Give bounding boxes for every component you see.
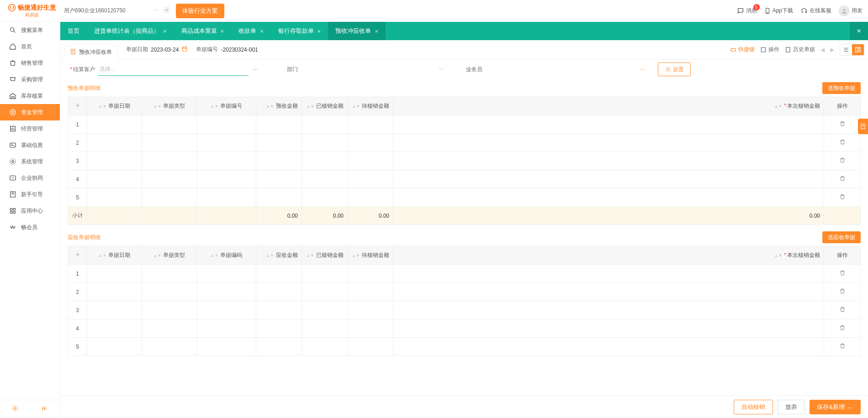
- table-row[interactable]: 1: [68, 265, 861, 283]
- sidebar-item-home[interactable]: 首页: [0, 38, 60, 55]
- cell[interactable]: [197, 319, 256, 338]
- table-row[interactable]: 3: [68, 152, 861, 170]
- cell[interactable]: [302, 283, 348, 301]
- cell[interactable]: [302, 338, 348, 356]
- cell[interactable]: [393, 188, 824, 207]
- delete-icon[interactable]: [839, 271, 846, 277]
- cell[interactable]: [142, 134, 197, 152]
- table-row[interactable]: 4: [68, 319, 861, 338]
- cell[interactable]: [197, 338, 256, 356]
- col-this[interactable]: ▲▼*本次核销金额: [393, 246, 824, 265]
- delete-icon[interactable]: [839, 177, 846, 183]
- delete-icon[interactable]: [839, 308, 846, 314]
- cell[interactable]: [302, 170, 348, 188]
- user-menu[interactable]: 用友: [839, 5, 863, 16]
- col-code[interactable]: ▲▼单据编码: [197, 246, 256, 265]
- cell[interactable]: [197, 283, 256, 301]
- col-date[interactable]: ▲▼单据日期: [87, 97, 142, 115]
- sidebar-item-business[interactable]: 经营管理: [0, 120, 60, 137]
- calendar-icon[interactable]: [181, 46, 188, 53]
- cell[interactable]: [302, 115, 348, 134]
- cell[interactable]: [256, 152, 302, 170]
- cell[interactable]: [393, 301, 824, 319]
- cell[interactable]: [348, 170, 393, 188]
- cell[interactable]: [142, 283, 197, 301]
- sidebar-settings-icon[interactable]: [11, 405, 19, 413]
- cell[interactable]: [142, 338, 197, 356]
- cell[interactable]: [142, 301, 197, 319]
- col-this[interactable]: ▲▼*本次核销金额: [393, 97, 824, 115]
- sidebar-item-inventory[interactable]: 库存核算: [0, 88, 60, 104]
- table-row[interactable]: 4: [68, 170, 861, 188]
- tab-purchase-report[interactable]: 进货单统计表（按商品）×: [87, 22, 174, 40]
- table-row[interactable]: 1: [68, 115, 861, 134]
- chevron-down-icon[interactable]: ﹀: [439, 66, 444, 73]
- col-date[interactable]: ▲▼单据日期: [87, 246, 142, 265]
- tab-home[interactable]: 首页: [60, 22, 87, 40]
- bizman-more-icon[interactable]: ⋯: [639, 66, 647, 73]
- sidebar-item-apps[interactable]: 应用中心: [0, 203, 60, 219]
- sidebar-item-finance[interactable]: 资金管理: [0, 104, 60, 120]
- cell[interactable]: [197, 115, 256, 134]
- col-type[interactable]: ▲▼单据类型: [142, 97, 197, 115]
- delete-icon[interactable]: [839, 289, 846, 296]
- cell[interactable]: [393, 134, 824, 152]
- cell[interactable]: [256, 338, 302, 356]
- cell[interactable]: [142, 115, 197, 134]
- sidebar-item-purchase[interactable]: 采购管理: [0, 71, 60, 88]
- pick-prepay-button[interactable]: 选预收单据: [822, 82, 861, 94]
- cell[interactable]: [87, 170, 142, 188]
- tab-bank[interactable]: 银行存取款单×: [271, 22, 328, 40]
- trial-button[interactable]: 体验行业方案: [176, 4, 224, 18]
- save-new-button[interactable]: 保存&新增︿: [810, 400, 861, 414]
- close-icon[interactable]: ×: [318, 28, 321, 35]
- view-list[interactable]: [840, 44, 852, 55]
- sidebar-collapse-icon[interactable]: [41, 405, 48, 413]
- cell[interactable]: [87, 283, 142, 301]
- cell[interactable]: [302, 319, 348, 338]
- cell[interactable]: [142, 152, 197, 170]
- cell[interactable]: [302, 152, 348, 170]
- col-config[interactable]: [68, 97, 87, 115]
- messages-link[interactable]: 消息 5: [737, 7, 757, 15]
- tabs-close-all[interactable]: ✕: [850, 22, 868, 40]
- dept-input[interactable]: [301, 63, 436, 76]
- close-icon[interactable]: ×: [375, 28, 378, 35]
- cell[interactable]: [197, 152, 256, 170]
- sidebar-item-search[interactable]: 搜索菜单: [0, 22, 60, 38]
- cell[interactable]: [142, 170, 197, 188]
- online-service-link[interactable]: 在线客服: [800, 7, 831, 15]
- cell[interactable]: [393, 338, 824, 356]
- tab-prepay-offset[interactable]: 预收冲应收单×: [328, 22, 386, 40]
- sidebar-item-member[interactable]: 畅会员: [0, 219, 60, 235]
- cell[interactable]: [87, 338, 142, 356]
- col-type[interactable]: ▲▼单据类型: [142, 246, 197, 265]
- sidebar-item-system[interactable]: 系统管理: [0, 153, 60, 170]
- sidebar-item-guide[interactable]: 新手引导: [0, 186, 60, 203]
- doc-date-value[interactable]: 2023-03-24: [151, 47, 179, 53]
- tenant-select[interactable]: 用户690企业1660120750 ﹀: [64, 4, 159, 18]
- delete-icon[interactable]: [839, 195, 846, 201]
- cell[interactable]: [256, 265, 302, 283]
- table-row[interactable]: 5: [68, 188, 861, 207]
- cell[interactable]: [256, 170, 302, 188]
- history-link[interactable]: 历史单据: [785, 46, 815, 53]
- cell[interactable]: [348, 265, 393, 283]
- tab-cost-recalc[interactable]: 商品成本重算×: [174, 22, 232, 40]
- close-icon[interactable]: ×: [163, 28, 167, 35]
- table-row[interactable]: 3: [68, 301, 861, 319]
- cell[interactable]: [348, 134, 393, 152]
- cell[interactable]: [256, 319, 302, 338]
- prev-doc[interactable]: ◀: [820, 47, 825, 53]
- table-row[interactable]: 5: [68, 338, 861, 356]
- cell[interactable]: [197, 265, 256, 283]
- cell[interactable]: [87, 319, 142, 338]
- customer-input[interactable]: 选择...: [98, 63, 249, 76]
- close-icon[interactable]: ×: [260, 28, 264, 35]
- col-pending[interactable]: ▲▼待核销金额: [348, 97, 393, 115]
- cell[interactable]: [302, 301, 348, 319]
- cell[interactable]: [256, 134, 302, 152]
- cell[interactable]: [348, 152, 393, 170]
- cell[interactable]: [87, 134, 142, 152]
- cell[interactable]: [87, 152, 142, 170]
